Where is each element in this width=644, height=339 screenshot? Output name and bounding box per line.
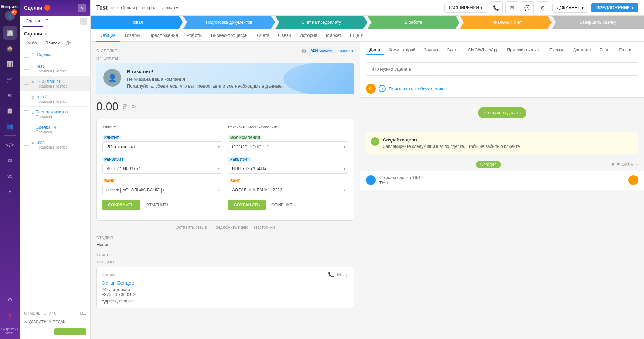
delete-btn[interactable]: ✕ УДАЛИТЬ <box>24 319 46 324</box>
save-button-2[interactable]: СОХРАНИТЬ <box>228 200 266 210</box>
tab-t[interactable]: Т <box>43 16 51 27</box>
view-list[interactable]: Список <box>44 40 61 46</box>
email-icon[interactable]: ✉ <box>337 272 341 277</box>
deal-item-active[interactable]: ≡ 1.53 Product Продажа (Повтор <box>20 76 90 91</box>
plus-circle-icon[interactable]: + <box>379 85 386 92</box>
ostavit-link[interactable]: Оставить отзыв <box>176 225 207 230</box>
tab-istoriya[interactable]: История <box>295 29 322 42</box>
activity-tab-delo[interactable]: Дело <box>366 45 384 55</box>
panel-tab-close[interactable]: × <box>80 18 87 25</box>
deal-checkbox[interactable] <box>24 53 29 58</box>
panel-close-btn[interactable]: × <box>78 4 86 12</box>
deal-item[interactable]: ≡ Test Продажа (Повтор <box>20 137 90 152</box>
view-kanban[interactable]: Канбан <box>24 40 40 46</box>
tab-market[interactable]: Маркет <box>322 29 346 42</box>
stage-podgotovka[interactable]: Подготовка документов <box>183 16 275 29</box>
phone-icon[interactable]: 📞 <box>328 272 334 277</box>
deal-name: Тест реквизитов <box>36 110 86 115</box>
activity-tab-zoom[interactable]: Zoom <box>596 45 614 55</box>
more-icon[interactable]: ⋮ <box>344 272 349 277</box>
sidebar-icon-home[interactable]: 🏠 <box>3 41 17 55</box>
stage-novaya[interactable]: Новая <box>91 16 183 29</box>
deal-item[interactable]: ≡ Тест реквизитов Продажа <box>20 107 90 122</box>
deal-checkbox[interactable] <box>24 126 29 130</box>
izmenit-link[interactable]: изменить <box>337 49 354 53</box>
deal-item[interactable]: ≡ Test Продажа (Повтор <box>20 61 90 76</box>
stage-v-rabote[interactable]: В работе <box>367 16 459 29</box>
chat-button[interactable]: 💬 <box>521 1 534 14</box>
star-icon[interactable]: ★ <box>44 31 48 36</box>
stage-schet[interactable]: Счёт на предоплату <box>275 16 367 29</box>
nastroyki-link[interactable]: Настройки <box>254 225 275 230</box>
activity-tab-sms[interactable]: СМС/WhatsApp <box>464 45 502 55</box>
sidebar-icon-settings[interactable]: ⚙ <box>3 293 17 307</box>
deal-checkbox[interactable] <box>24 80 29 85</box>
edit-icon[interactable]: ✏ <box>111 5 114 10</box>
sidebar-icon-help[interactable]: ❓ <box>3 310 17 324</box>
tab-eshchyo[interactable]: Ещё ▾ <box>346 29 367 42</box>
bank2-select[interactable]: АО "АЛЬФА-БАНК" | 2222 <box>228 185 348 195</box>
tab-obshchie[interactable]: Общие <box>96 29 120 42</box>
kontakt-name[interactable]: Остап Бендер <box>102 280 349 286</box>
sidebar-icon-so[interactable]: SO <box>3 169 17 183</box>
settings-button[interactable]: ⚙ <box>537 1 549 14</box>
task-input[interactable] <box>366 62 638 76</box>
add-deal-button[interactable]: + <box>54 328 86 335</box>
phone-button[interactable]: 📞 <box>490 1 503 14</box>
deal-item[interactable]: ⚙ Сделка <box>20 49 90 61</box>
sidebar-icon-deals[interactable]: 🏢 <box>3 26 17 40</box>
tab-predlozheniya[interactable]: Предложения <box>144 29 182 42</box>
filter-button[interactable]: ▼ ▼ ФИЛЬТР <box>611 162 638 167</box>
sidebar-icon-mail[interactable]: ✉ <box>3 88 17 102</box>
sidebar-icon-m[interactable]: M <box>3 185 17 199</box>
dokument-button[interactable]: ДОКУМЕНТ ▾ <box>552 3 588 13</box>
inn2-select[interactable]: ИНН 7825706086 <box>228 163 348 174</box>
predlozhenie-button[interactable]: ПРЕДЛОЖЕНИЕ ▾ <box>591 3 638 12</box>
activity-tab-eshchyo[interactable]: Ещё ▾ <box>615 45 634 55</box>
tab-scheta[interactable]: Счета <box>253 29 274 42</box>
sidebar-icon-cart[interactable]: 🛒 <box>3 72 17 87</box>
tab-tovary[interactable]: Товары <box>120 29 145 42</box>
tab-svyazi[interactable]: Связи <box>274 29 295 42</box>
deal-checkbox[interactable] <box>24 110 29 115</box>
deal-checkbox[interactable] <box>24 65 29 70</box>
sidebar-icon-users[interactable]: 👥 <box>3 119 17 133</box>
rasshireniya-button[interactable]: РАСШИРЕНИЯ ▾ <box>444 3 487 13</box>
cancel-button[interactable]: ОТМЕНИТЬ <box>143 200 172 210</box>
view-de[interactable]: Де <box>65 40 73 46</box>
moykompaniya-select[interactable]: ООО "АГРОТОРГ" <box>228 141 348 152</box>
activity-tab-priglasit[interactable]: Пригласить в чат <box>503 45 544 55</box>
what-todo-button[interactable]: Что нужно сделать <box>478 107 526 118</box>
activity-tab-dostavka[interactable]: Доставка <box>569 45 595 55</box>
tab-biznes-protsessy[interactable]: Бизнес-процессы <box>207 29 253 42</box>
sidebar-icon-s3[interactable]: S3 <box>3 154 17 168</box>
tab-roboty[interactable]: Роботы <box>182 29 207 42</box>
activity-tab-sloty[interactable]: Слоты <box>443 45 463 55</box>
stage-zavershit[interactable]: Завершить сделку <box>552 16 644 29</box>
deal-item[interactable]: ≡ Тест2 Продажа (Повтор <box>20 91 90 107</box>
sidebar-icon-tasks[interactable]: 📋 <box>3 104 17 118</box>
inn-select[interactable]: ИНН 7708004767 <box>102 163 222 174</box>
predlozhit-link[interactable]: Предложить идею <box>213 225 249 230</box>
client-select[interactable]: РОга и копыта <box>102 141 222 152</box>
deal-checkbox[interactable] <box>24 141 29 146</box>
plus-green-icon[interactable]: + <box>371 137 379 146</box>
refresh-icon[interactable]: ↻ <box>131 103 136 110</box>
deal-checkbox[interactable] <box>24 95 29 100</box>
edit-btn[interactable]: ✎ РЕДАК... <box>49 319 69 324</box>
cancel-button-2[interactable]: ОТМЕНИТЬ <box>269 200 298 210</box>
breadcrumb[interactable]: Общая (Повторная сделка) ▾ <box>121 5 178 10</box>
save-button[interactable]: СОХРАНИТЬ <box>102 200 140 210</box>
sidebar-icon-code[interactable]: </> <box>3 138 17 152</box>
activity-tab-pismo[interactable]: Письмо <box>546 45 568 55</box>
sidebar-icon-chart[interactable]: 📊 <box>3 57 17 71</box>
activity-tab-zadacha[interactable]: Задача <box>420 45 442 55</box>
tab-sdelki[interactable]: Сделки <box>23 16 43 27</box>
deal-item[interactable]: ≡ Сделка #4 Продажа <box>20 122 90 137</box>
gear-icon[interactable]: ⚙ <box>31 52 35 57</box>
email-button[interactable]: ✉ <box>505 1 518 14</box>
discuss-link[interactable]: Пригласить к обсуждению <box>389 86 445 91</box>
stage-finalny[interactable]: Финальный счёт <box>459 16 552 29</box>
activity-tab-kommentariy[interactable]: Комментарий <box>385 45 419 55</box>
bank-select[interactable]: сссссс | АО "АЛЬФА-БАНК" | с... <box>102 185 222 195</box>
